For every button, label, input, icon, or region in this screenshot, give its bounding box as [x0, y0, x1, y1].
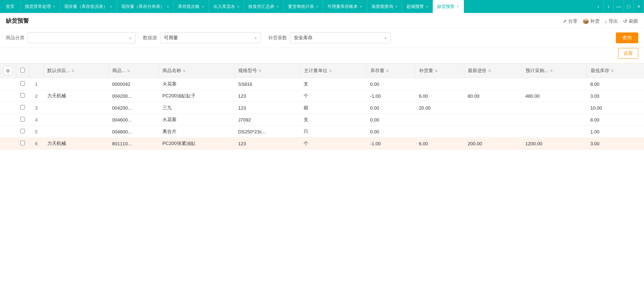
th-replenish: 补货量 ⇅: [415, 63, 464, 78]
close-icon[interactable]: ×: [237, 4, 239, 9]
export-icon: ↓: [605, 18, 607, 24]
row-supplier: [44, 114, 109, 126]
th-minstock: 最低库存 ⇅: [587, 63, 644, 78]
th-spec-label: 规格型号: [238, 67, 257, 74]
th-supplier: 默认供应... ⇅: [44, 63, 109, 78]
tab-available-label: 可用量库存账本: [327, 4, 358, 10]
sort-icon-stock: ⇅: [386, 69, 389, 73]
th-unit-sort[interactable]: 主计量单位 ⇅: [304, 67, 363, 74]
replenish-base-select[interactable]: 安全库存 ∨: [290, 32, 391, 43]
row-name: 火花塞: [159, 78, 235, 90]
th-minstock-sort[interactable]: 最低库存 ⇅: [591, 67, 640, 74]
tab-stock-dist[interactable]: 现存量（库存分布表） ×: [117, 0, 174, 13]
row-setting-cell: [0, 102, 16, 114]
row-unit: 只: [300, 126, 366, 138]
row-checkbox[interactable]: [20, 129, 25, 133]
row-num: 4: [29, 114, 44, 126]
tab-demand[interactable]: 要货单统计表 ×: [284, 0, 323, 13]
th-code-label: 商品...: [112, 67, 126, 74]
tab-prev-button[interactable]: ‹: [593, 0, 604, 13]
tab-expire[interactable]: 保质期查询 ×: [367, 0, 402, 13]
th-name-sort[interactable]: 商品名称 ⇅: [162, 67, 231, 74]
refresh-label: 刷新: [629, 18, 638, 25]
close-icon[interactable]: ×: [53, 4, 55, 9]
tab-overstock[interactable]: 超储预警 ×: [402, 0, 433, 13]
export-button[interactable]: ↓ 导出: [605, 18, 618, 25]
th-spec: 规格型号 ⇅: [235, 63, 300, 78]
row-spec: 123: [235, 90, 300, 102]
close-icon[interactable]: ×: [395, 4, 397, 9]
tab-batch[interactable]: 库存批次账 ×: [174, 0, 209, 13]
window-minimize-button[interactable]: —: [614, 0, 624, 13]
query-button[interactable]: 查询: [616, 32, 638, 43]
tab-shortage[interactable]: 缺货预警 ×: [433, 0, 464, 13]
tab-available[interactable]: 可用量库存账本 ×: [323, 0, 367, 13]
window-close-button[interactable]: ×: [634, 0, 644, 13]
sort-icon-estimated: ⇅: [550, 69, 553, 73]
share-icon: ↗: [562, 18, 567, 24]
close-icon[interactable]: ×: [110, 4, 112, 9]
tab-collect[interactable]: 收发存汇总表 ×: [244, 0, 283, 13]
share-button[interactable]: ↗ 分享: [562, 18, 578, 25]
replenish-button[interactable]: 📦 补货: [583, 18, 600, 25]
tab-home[interactable]: 首页: [0, 0, 21, 13]
row-checkbox[interactable]: [20, 141, 25, 145]
column-settings-button[interactable]: ⚙: [4, 66, 12, 75]
tab-demand-label: 要货单统计表: [288, 4, 314, 10]
row-minstock: 1.00: [587, 126, 644, 138]
settings-button[interactable]: 设置: [618, 48, 638, 59]
table-header-row: ⚙ 默认供应... ⇅ 商品..: [0, 63, 644, 78]
row-latestprice: [464, 102, 522, 114]
sort-icon-minstock: ⇅: [611, 69, 614, 73]
row-checkbox[interactable]: [20, 117, 25, 122]
row-checkbox[interactable]: [20, 105, 25, 110]
th-supplier-sort[interactable]: 默认供应... ⇅: [47, 67, 105, 74]
datasource-select[interactable]: 可用量 ∨: [160, 32, 261, 43]
close-icon[interactable]: ×: [316, 4, 318, 9]
tab-abnormal[interactable]: 拣货异常处理 ×: [21, 0, 60, 13]
refresh-button[interactable]: ↺ 刷新: [623, 18, 638, 25]
row-spec: J7092: [235, 114, 300, 126]
row-checkbox[interactable]: [20, 93, 25, 98]
close-icon[interactable]: ×: [277, 4, 279, 9]
row-spec: 123: [235, 138, 300, 150]
close-icon[interactable]: ×: [360, 4, 362, 9]
close-icon[interactable]: ×: [426, 4, 428, 9]
row-code: 004800...: [108, 126, 158, 138]
row-num: 2: [29, 90, 44, 102]
replenish-base-label: 补货基数: [268, 35, 287, 41]
th-latestprice-sort[interactable]: 最新进价 ⇅: [468, 67, 518, 74]
close-icon[interactable]: ×: [457, 4, 459, 9]
th-stock: 库存量 ⇅: [366, 63, 415, 78]
share-label: 分享: [568, 18, 578, 25]
th-code-sort[interactable]: 商品... ⇅: [112, 67, 155, 74]
category-select[interactable]: ∨: [27, 32, 136, 43]
row-num: 3: [29, 102, 44, 114]
row-name: PC200油缸缸子: [159, 90, 235, 102]
page-header: 缺货预警 ↗ 分享 📦 补货 ↓ 导出 ↺ 刷新: [0, 13, 644, 28]
filter-row-2: 设置: [0, 48, 644, 63]
tab-expire-label: 保质期查询: [371, 4, 393, 10]
chevron-down-icon: ∨: [129, 36, 132, 40]
tab-stock-status[interactable]: 现存量（库存状况表） ×: [60, 0, 117, 13]
chevron-right-icon: ›: [608, 4, 609, 9]
row-setting-cell: [0, 114, 16, 126]
row-unit: 个: [300, 138, 366, 150]
table-body: 1 0000042 火花塞 SS816 支 0.00 8.00 2 力天机械 0…: [0, 78, 644, 150]
tab-inout[interactable]: 出入库流水 ×: [209, 0, 244, 13]
tab-stock-dist-label: 现存量（库存分布表）: [121, 4, 165, 10]
close-icon[interactable]: ×: [202, 4, 204, 9]
select-all-checkbox[interactable]: [20, 68, 25, 72]
tab-batch-label: 库存批次账: [178, 4, 200, 10]
datasource-filter-group: 数据源 可用量 ∨: [143, 32, 261, 43]
row-checkbox[interactable]: [20, 81, 25, 86]
th-spec-sort[interactable]: 规格型号 ⇅: [238, 67, 296, 74]
th-stock-sort[interactable]: 库存量 ⇅: [370, 67, 412, 74]
th-estimated-sort[interactable]: 预计采购... ⇅: [526, 67, 583, 74]
window-close-icon: ×: [637, 4, 640, 9]
th-replenish-sort[interactable]: 补货量 ⇅: [419, 67, 460, 74]
close-icon[interactable]: ×: [167, 4, 169, 9]
tab-next-button[interactable]: ›: [604, 0, 614, 13]
row-stock: 0.00: [366, 126, 415, 138]
window-maximize-button[interactable]: □: [624, 0, 634, 13]
